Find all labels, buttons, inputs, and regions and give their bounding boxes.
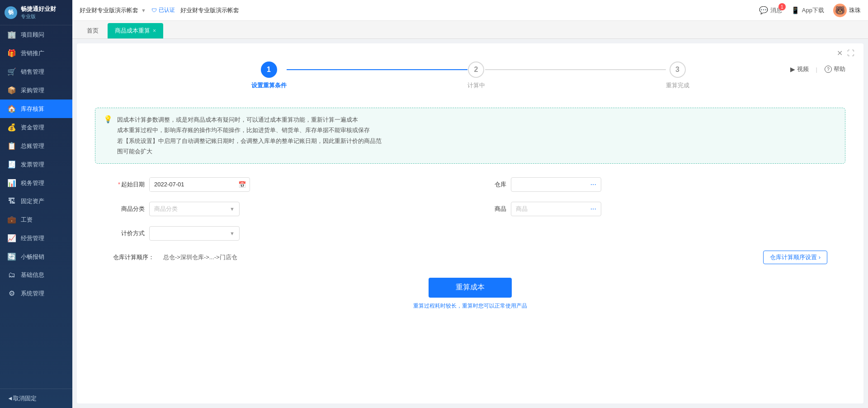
info-lightbulb-icon: 💡 xyxy=(104,115,113,123)
warehouse-selector[interactable]: ··· xyxy=(511,177,601,192)
product-label: 商品 xyxy=(475,205,506,213)
invoice-icon: 🧾 xyxy=(7,160,16,169)
warehouse-order-settings-button[interactable]: 仓库计算顺序设置 › xyxy=(763,251,827,264)
sidebar-item-sales[interactable]: 🛒 销售管理 xyxy=(0,62,72,81)
warehouse-order-row: 仓库计算顺序： 总仓->深圳仓库->...->门店仓 仓库计算顺序设置 › xyxy=(113,251,827,264)
video-help-button[interactable]: ▶ 视频 xyxy=(790,65,809,73)
sidebar-item-accounting[interactable]: 📋 总账管理 xyxy=(0,137,72,155)
operations-icon: 📈 xyxy=(7,234,16,242)
sidebar-item-system[interactable]: ⚙ 系统管理 xyxy=(0,284,72,303)
account-verified-name: 好业财专业版演示帐套 xyxy=(180,6,239,14)
sidebar-item-inventory[interactable]: 🏠 库存核算 xyxy=(0,100,72,118)
steps-help: ▶ 视频 | ? 帮助 xyxy=(790,65,845,73)
calendar-icon[interactable]: 📅 xyxy=(235,181,250,188)
sidebar-item-label: 税务管理 xyxy=(21,179,44,187)
finance-icon: 💰 xyxy=(7,123,16,132)
salary-icon: 💼 xyxy=(7,215,16,224)
sidebar-item-assets[interactable]: 🏗 固定资产 xyxy=(0,192,72,210)
category-selector[interactable]: 商品分类 ▼ xyxy=(149,202,240,216)
user-button[interactable]: 🐻 珠珠 xyxy=(833,4,861,17)
category-placeholder: 商品分类 xyxy=(154,205,178,213)
help-button[interactable]: ? 帮助 xyxy=(825,65,845,73)
step-2-label: 计算中 xyxy=(467,81,485,90)
warehouse-order-label: 仓库计算顺序： xyxy=(113,253,154,261)
notification-badge: 1 xyxy=(778,3,786,10)
step-line-2 xyxy=(485,69,666,70)
date-field[interactable] xyxy=(150,178,235,191)
sidebar-item-label: 发票管理 xyxy=(21,161,44,169)
sidebar-item-operations[interactable]: 📈 经营管理 xyxy=(0,229,72,247)
product-placeholder: 商品 xyxy=(516,205,588,213)
product-ellipsis-icon: ··· xyxy=(590,205,596,213)
marketing-icon: 🎁 xyxy=(7,49,16,57)
tab-close-icon[interactable]: × xyxy=(153,28,156,34)
step-3-label: 重算完成 xyxy=(666,81,689,90)
product-selector[interactable]: 商品 ··· xyxy=(511,202,601,216)
sidebar-item-label: 固定资产 xyxy=(21,197,44,205)
unpin-label: ◄取消固定 xyxy=(7,394,37,403)
category-label: 商品分类 xyxy=(113,205,145,213)
close-button[interactable]: ✕ xyxy=(837,49,843,57)
shield-icon: 🛡 xyxy=(151,7,157,14)
sidebar-item-label: 基础信息 xyxy=(21,271,44,279)
app-download-label: App下载 xyxy=(802,6,824,14)
message-button[interactable]: 💬 消息 1 xyxy=(759,6,782,14)
form-row-2: 商品分类 商品分类 ▼ 商品 商品 ··· xyxy=(113,202,827,216)
start-date-label: *起始日期 xyxy=(113,180,145,189)
step-3-circle: 3 xyxy=(670,62,686,78)
form-row-3: 计价方式 ▼ xyxy=(113,226,827,241)
tab-recalc[interactable]: 商品成本重算 × xyxy=(108,23,163,38)
info-box: 💡 因成本计算参数调整，或是对商品成本有疑问时，可以通过成本重算功能，重新计算一… xyxy=(95,108,845,164)
verified-badge: 🛡 已认证 xyxy=(151,6,175,14)
form-group-pricing: 计价方式 ▼ xyxy=(113,226,466,241)
recalculate-button[interactable]: 重算成本 xyxy=(429,278,512,298)
app-download-button[interactable]: 📱 App下载 xyxy=(791,6,824,14)
tab-recalc-label: 商品成本重算 xyxy=(115,27,150,35)
step-2-circle: 2 xyxy=(468,62,484,78)
accounting-icon: 📋 xyxy=(7,142,16,150)
sidebar-item-label: 项目顾问 xyxy=(21,31,44,39)
tab-home[interactable]: 首页 xyxy=(80,23,106,38)
app-logo-text: 畅捷通好业财 专业版 xyxy=(21,5,56,19)
form-row-1: *起始日期 📅 仓库 ··· xyxy=(113,177,827,192)
sidebar-item-label: 销售管理 xyxy=(21,68,44,76)
project-icon: 🏢 xyxy=(7,30,16,39)
info-text: 因成本计算参数调整，或是对商品成本有疑问时，可以通过成本重算功能，重新计算一遍成… xyxy=(117,114,382,157)
sidebar-item-label: 系统管理 xyxy=(21,289,44,298)
window-controls: ✕ ⛶ xyxy=(837,49,854,57)
sidebar-item-finance[interactable]: 💰 资金管理 xyxy=(0,118,72,137)
sidebar-item-label: 小畅报销 xyxy=(21,253,44,261)
expand-button[interactable]: ⛶ xyxy=(847,49,854,57)
sidebar-item-project[interactable]: 🏢 项目顾问 xyxy=(0,25,72,44)
topbar: 好业财专业版演示帐套 ▼ 🛡 已认证 好业财专业版演示帐套 💬 消息 1 📱 A… xyxy=(72,0,868,21)
step-1-circle: 1 xyxy=(261,62,277,78)
verified-text: 已认证 xyxy=(159,6,175,14)
app-version: 专业版 xyxy=(21,13,56,19)
sidebar-unpin-button[interactable]: ◄取消固定 xyxy=(0,389,72,408)
warehouse-label: 仓库 xyxy=(475,180,506,189)
sidebar-item-salary[interactable]: 💼 工资 xyxy=(0,210,72,229)
account-name: 好业财专业版演示帐套 xyxy=(80,6,138,14)
account-selector[interactable]: 好业财专业版演示帐套 ▼ xyxy=(80,6,146,14)
sidebar-item-label: 总账管理 xyxy=(21,142,44,150)
sidebar-item-label: 工资 xyxy=(21,216,33,224)
sidebar-item-purchase[interactable]: 📦 采购管理 xyxy=(0,81,72,100)
info-line-4: 围可能会扩大 xyxy=(117,146,382,157)
ellipsis-icon: ··· xyxy=(590,180,596,189)
info-line-1: 因成本计算参数调整，或是对商品成本有疑问时，可以通过成本重算功能，重新计算一遍成… xyxy=(117,114,382,125)
form-group-product: 商品 商品 ··· xyxy=(475,202,827,216)
recalculate-label: 重算成本 xyxy=(456,283,485,292)
sidebar-item-invoice[interactable]: 🧾 发票管理 xyxy=(0,155,72,174)
start-date-input[interactable]: 📅 xyxy=(149,177,250,192)
sidebar-item-marketing[interactable]: 🎁 营销推广 xyxy=(0,44,72,62)
message-icon: 💬 xyxy=(759,6,768,14)
sidebar-item-expense[interactable]: 🔄 小畅报销 xyxy=(0,247,72,266)
category-chevron-icon: ▼ xyxy=(230,206,235,212)
pricing-selector[interactable]: ▼ xyxy=(149,226,240,241)
sidebar-item-tax[interactable]: 📊 税务管理 xyxy=(0,174,72,192)
chevron-down-icon: ▼ xyxy=(141,8,146,13)
sidebar-item-basic[interactable]: 🗂 基础信息 xyxy=(0,266,72,284)
pricing-label: 计价方式 xyxy=(113,229,145,237)
video-icon: ▶ xyxy=(790,66,795,73)
sidebar-item-label: 经营管理 xyxy=(21,234,44,242)
